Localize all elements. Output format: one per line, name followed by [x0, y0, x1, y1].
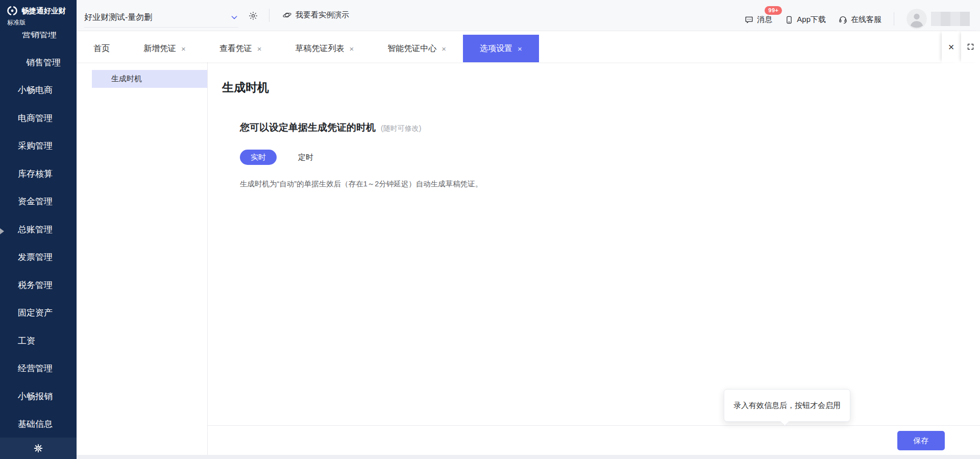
settings-gear-icon[interactable] [248, 11, 258, 21]
app-download-label: App下载 [797, 15, 826, 25]
sidebar-item-purchasing[interactable]: 采购管理 [0, 132, 77, 160]
demo-link-label: 我要看实例演示 [296, 10, 349, 20]
tab-options-settings[interactable]: 选项设置 × [463, 35, 539, 62]
tab-view-voucher[interactable]: 查看凭证 × [203, 35, 279, 62]
app-download-button[interactable]: App下载 [785, 15, 826, 25]
section-title: 您可以设定单据生成凭证的时机 [240, 121, 376, 134]
top-header: 好业财测试-量勿删 我要看实例演示 消息 99+ [0, 0, 980, 31]
phone-icon [785, 15, 794, 25]
tab-bar: 首页 新增凭证 × 查看凭证 × 草稿凭证列表 × 智能凭证中心 × 选项设置 … [77, 31, 942, 62]
gear-icon [34, 444, 43, 453]
tab-close-icon[interactable]: × [257, 45, 262, 53]
demo-link[interactable]: 我要看实例演示 [282, 10, 349, 20]
timing-options: 实时 定时 [240, 150, 980, 165]
tab-close-icon[interactable]: × [350, 45, 354, 53]
tooltip-text: 录入有效信息后，按钮才会启用 [733, 401, 841, 410]
sidebar-item-ecommerce[interactable]: 电商管理 [0, 105, 77, 133]
tab-close-icon[interactable]: × [518, 45, 522, 53]
option-scheduled-button[interactable]: 定时 [298, 153, 313, 162]
sidebar-item-fixed-assets[interactable]: 固定资产 [0, 299, 77, 327]
save-disabled-tooltip: 录入有效信息后，按钮才会启用 [724, 389, 850, 422]
sidebar-item-payroll[interactable]: 工资 [0, 327, 77, 355]
section-hint: (随时可修改) [381, 124, 421, 133]
app-logo[interactable]: 畅捷通好业财 标准版 [0, 0, 77, 32]
sidebar-item-operations[interactable]: 经营管理 [0, 355, 77, 383]
planet-icon [282, 10, 292, 20]
sidebar-item-sales[interactable]: 销售管理 [0, 49, 77, 77]
message-bubble-icon [744, 15, 754, 25]
save-button[interactable]: 保存 [897, 431, 945, 450]
company-selector[interactable]: 好业财测试-量勿删 [84, 8, 238, 28]
chevron-down-icon [230, 13, 238, 21]
logo-subtitle: 标准版 [7, 18, 77, 27]
sidebar-item-tax[interactable]: 税务管理 [0, 272, 77, 300]
headset-icon [838, 15, 848, 25]
header-divider [894, 12, 894, 26]
page-bottom-edge [77, 455, 980, 459]
tab-label: 选项设置 [480, 43, 512, 54]
fullscreen-icon [967, 43, 974, 51]
main-content: 生成时机 您可以设定单据生成凭证的时机 (随时可修改) 实时 定时 生成时机为“… [208, 62, 980, 455]
logo-title: 畅捷通好业财 [21, 6, 66, 16]
close-icon: × [948, 42, 954, 52]
tab-label: 草稿凭证列表 [296, 43, 345, 54]
sidebar-item-invoices[interactable]: 发票管理 [0, 244, 77, 272]
window-controls: × [942, 31, 980, 62]
tab-label: 智能凭证中心 [387, 43, 436, 54]
timing-section: 您可以设定单据生成凭证的时机 (随时可修改) 实时 定时 生成时机为“自动”的单… [240, 121, 980, 189]
messages-button[interactable]: 消息 99+ [744, 15, 772, 25]
messages-count-badge: 99+ [765, 6, 782, 15]
footer-bar: 保存 [208, 425, 980, 455]
sidebar-item-xiaochang-ecommerce[interactable]: 小畅电商 [0, 77, 77, 105]
fullscreen-button[interactable] [961, 31, 980, 62]
sidebar-item-basic-info[interactable]: 基础信息 [0, 410, 77, 439]
tab-close-icon[interactable]: × [442, 45, 446, 53]
user-name-redacted [931, 12, 970, 26]
settings-submenu: 生成时机 [77, 62, 208, 455]
tab-label: 新增凭证 [143, 43, 176, 54]
tab-new-voucher[interactable]: 新增凭证 × [127, 35, 203, 62]
app-root: 好业财测试-量勿删 我要看实例演示 消息 99+ [0, 0, 980, 459]
sidebar-item-inventory[interactable]: 库存核算 [0, 160, 77, 188]
messages-label: 消息 [757, 15, 772, 25]
tab-close-icon[interactable]: × [181, 45, 186, 53]
close-all-tabs-button[interactable]: × [942, 31, 961, 62]
sidebar-item-general-ledger[interactable]: 总账管理 [0, 216, 77, 244]
submenu-item-generation-timing[interactable]: 生成时机 [92, 70, 207, 88]
main-sidebar: 营销管理 销售管理 小畅电商 电商管理 采购管理 库存核算 资金管理 总账管理 … [0, 31, 77, 459]
company-name: 好业财测试-量勿删 [84, 12, 152, 23]
sidebar-item-xiaochang-expense[interactable]: 小畅报销 [0, 383, 77, 411]
sidebar-settings-button[interactable] [0, 438, 77, 459]
tab-smart-voucher-center[interactable]: 智能凭证中心 × [371, 35, 463, 62]
tab-label: 查看凭证 [219, 43, 252, 54]
header-right-cluster: 消息 99+ App下载 在线客服 [744, 0, 980, 31]
online-service-label: 在线客服 [851, 15, 881, 25]
sidebar-item-marketing[interactable]: 营销管理 [0, 31, 77, 49]
page-title: 生成时机 [222, 80, 980, 95]
tab-draft-voucher-list[interactable]: 草稿凭证列表 × [279, 35, 371, 62]
tab-label: 首页 [93, 43, 110, 54]
sidebar-expand-handle[interactable] [0, 228, 4, 234]
option-realtime-button[interactable]: 实时 [240, 150, 277, 165]
tab-home[interactable]: 首页 [77, 35, 127, 62]
online-service-button[interactable]: 在线客服 [838, 15, 881, 25]
brand-logo-icon [6, 5, 18, 17]
timing-description: 生成时机为“自动”的单据生效后（存在1～2分钟延迟）自动生成草稿凭证。 [240, 179, 980, 189]
avatar[interactable] [906, 9, 927, 29]
header-divider [269, 9, 270, 22]
sidebar-item-funds[interactable]: 资金管理 [0, 188, 77, 216]
